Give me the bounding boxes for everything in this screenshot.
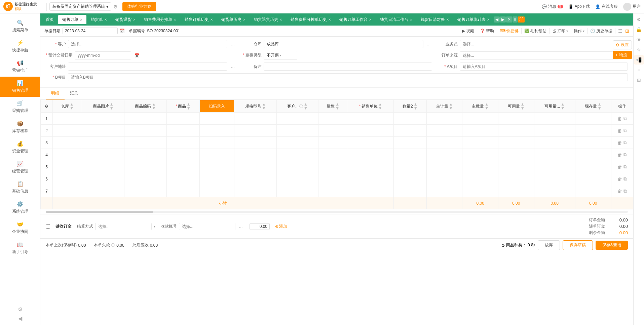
row-2-spec[interactable]	[234, 125, 277, 137]
row-5-code[interactable]	[124, 161, 167, 173]
rp-eye-icon[interactable]: 👁	[634, 35, 644, 44]
row-2-unit[interactable]	[348, 125, 393, 137]
shortcut-item[interactable]: ⌨ 快捷键	[500, 28, 519, 34]
row-7-goods[interactable]	[166, 185, 199, 197]
tab-close-all-btn[interactable]: ✕	[506, 16, 512, 23]
profit-item[interactable]: 💹 毛利预估	[524, 28, 546, 34]
row-2-main-unit[interactable]	[426, 125, 462, 137]
tab-sales-out[interactable]: 销货单 ✕	[87, 15, 111, 24]
customer-input[interactable]	[68, 40, 227, 48]
scroll-thumb[interactable]	[46, 211, 153, 213]
tab-next-btn[interactable]: ▶	[500, 16, 506, 23]
tab-stats[interactable]: 销售订单统计表 ✕	[453, 15, 494, 24]
rp-qr-icon[interactable]: 📲	[634, 55, 644, 65]
row-6-main-qty[interactable]	[462, 173, 498, 185]
row-3-main-unit[interactable]	[426, 137, 462, 149]
amount-input[interactable]	[250, 223, 270, 230]
tab-out-history[interactable]: 销货单历史 ✕	[217, 15, 250, 24]
row-3-warehouse[interactable]	[53, 137, 82, 149]
row-5-unit[interactable]	[348, 161, 393, 173]
sidebar-item-inventory[interactable]: 📦 库存核算	[0, 117, 40, 137]
tab-order-history[interactable]: 销售订单历史 ✕	[181, 15, 217, 24]
help-item[interactable]: ❓ 帮助	[480, 28, 494, 34]
tab-close-stats[interactable]: ✕	[487, 18, 490, 22]
customer-addr-ellipsis[interactable]: …	[229, 64, 236, 69]
row-3-goods[interactable]	[166, 137, 199, 149]
rp-lock-icon[interactable]: 🔒	[634, 25, 644, 34]
th-scan[interactable]: 扫码录入	[199, 100, 234, 113]
warehouse-input[interactable]	[264, 40, 423, 48]
sidebar-item-quick[interactable]: ⚡ 快捷导航	[0, 36, 40, 56]
date-input[interactable]	[63, 28, 118, 34]
info-icon-1[interactable]: ⓘ	[299, 104, 303, 109]
sidebar-item-operation[interactable]: 📈 经营管理	[0, 157, 40, 177]
row-1-customer-code[interactable]	[276, 113, 318, 125]
row-7-attribute[interactable]	[318, 185, 348, 197]
tab-close-expense-history[interactable]: ✕	[328, 18, 331, 22]
row-1-code[interactable]	[124, 113, 167, 125]
row-1-main-qty[interactable]	[462, 113, 498, 125]
tab-close-order-history[interactable]: ✕	[210, 18, 213, 22]
tab-expense-split[interactable]: 销售费用分摊单 ✕	[140, 15, 180, 24]
row-7-spec[interactable]	[234, 185, 277, 197]
rp-table-rows-icon[interactable]: ≡	[634, 65, 644, 75]
row-6-goods[interactable]	[166, 173, 199, 185]
row-5-warehouse[interactable]	[53, 161, 82, 173]
print-item[interactable]: 🖨 打印 ▾	[552, 28, 568, 34]
row-4-unit[interactable]	[348, 149, 393, 161]
row-6-spec[interactable]	[234, 173, 277, 185]
row-2-customer-code[interactable]	[276, 125, 318, 137]
row-1-delete-icon[interactable]: 🗑	[617, 116, 622, 121]
row-7-warehouse[interactable]	[53, 185, 82, 197]
row-6-main-unit[interactable]	[426, 173, 462, 185]
add-goods-float-btn[interactable]: + 物流	[613, 51, 632, 59]
sidebar-item-enterprise[interactable]: 🤝 企业协同	[0, 218, 40, 238]
row-2-attribute[interactable]	[318, 125, 348, 137]
row-3-attribute[interactable]	[318, 137, 348, 149]
row-5-copy-icon[interactable]: ⧉	[623, 164, 627, 170]
history-item[interactable]: 🕐 历史单据	[590, 28, 612, 34]
row-4-copy-icon[interactable]: ⧉	[623, 152, 627, 158]
view-item[interactable]: ▶ 视频	[462, 28, 474, 34]
discard-button[interactable]: 放弃	[538, 240, 560, 250]
row-7-qty2[interactable]	[393, 185, 426, 197]
row-1-goods[interactable]	[166, 113, 199, 125]
rp-settings-icon[interactable]: ⚙	[634, 15, 644, 24]
b-project-input[interactable]	[68, 73, 628, 81]
tab-close-daily-clear[interactable]: ✕	[410, 18, 412, 22]
sidebar-item-finance[interactable]: 💰 资金管理	[0, 137, 40, 157]
row-1-warehouse[interactable]	[53, 113, 82, 125]
scroll-track[interactable]	[46, 211, 628, 213]
operation-item[interactable]: 操作 ▾	[574, 28, 584, 34]
payment-method-input[interactable]	[95, 223, 152, 230]
tab-close-return[interactable]: ✕	[133, 18, 136, 22]
sidebar-item-system[interactable]: ⚙️ 系统管理	[0, 198, 40, 218]
row-1-attribute[interactable]	[318, 113, 348, 125]
tab-daily-clear[interactable]: 钱货日清工作台 ✕	[376, 15, 416, 24]
row-5-goods[interactable]	[166, 161, 199, 173]
rp-star-icon[interactable]: ☆	[634, 45, 644, 54]
message-item[interactable]: 💬 消息 9	[542, 4, 563, 9]
row-5-qty2[interactable]	[393, 161, 426, 173]
tab-menu-btn[interactable]: ≡	[513, 16, 518, 23]
row-5-delete-icon[interactable]: 🗑	[617, 164, 622, 170]
row-5-main-unit[interactable]	[426, 161, 462, 173]
row-1-spec[interactable]	[234, 113, 277, 125]
tab-prev-btn[interactable]: ◀	[494, 16, 500, 23]
settings-icon[interactable]: ⚙	[113, 4, 118, 9]
tab-sales-order[interactable]: 销售订单 ✕	[58, 15, 86, 24]
one-click-check-input[interactable]	[46, 224, 50, 229]
row-1-main-unit[interactable]	[426, 113, 462, 125]
row-5-spec[interactable]	[234, 161, 277, 173]
footer-info-icon[interactable]: ⓘ	[111, 243, 115, 248]
row-4-goods[interactable]	[166, 149, 199, 161]
tab-max-btn[interactable]: ⛶	[518, 16, 525, 23]
row-6-qty2[interactable]	[393, 173, 426, 185]
row-3-unit[interactable]	[348, 137, 393, 149]
tab-return-history[interactable]: 销货退货历史 ✕	[250, 15, 286, 24]
row-3-main-qty[interactable]	[462, 137, 498, 149]
list-view-icon[interactable]: ☰	[618, 28, 622, 34]
tab-close-expense-split[interactable]: ✕	[174, 18, 176, 22]
row-7-main-qty[interactable]	[462, 185, 498, 197]
row-5-main-qty[interactable]	[462, 161, 498, 173]
